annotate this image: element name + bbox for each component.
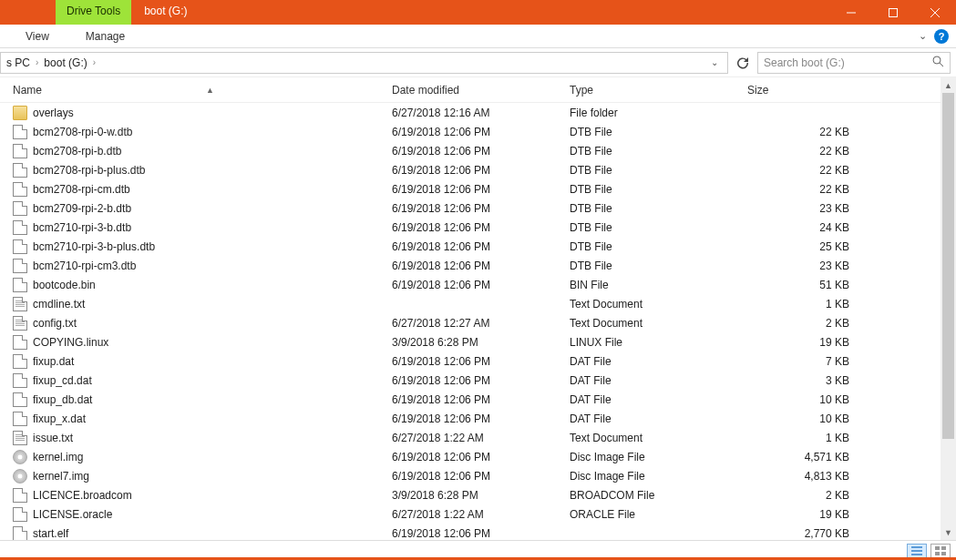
close-button[interactable] (914, 0, 956, 25)
file-type: DAT File (570, 355, 747, 368)
file-name: issue.txt (33, 432, 73, 444)
file-type: Text Document (570, 298, 747, 311)
file-name: config.txt (33, 317, 77, 330)
minimize-button[interactable] (830, 0, 872, 25)
file-date: 6/27/2018 12:16 AM (392, 107, 570, 119)
file-row[interactable]: bcm2708-rpi-b.dtb6/19/2018 12:06 PMDTB F… (0, 141, 956, 160)
ribbon-tabs: View Manage ⌄ ? (0, 25, 956, 48)
file-size: 10 KB (747, 412, 857, 425)
file-date: 6/19/2018 12:06 PM (392, 145, 570, 158)
file-size: 4,813 KB (747, 470, 857, 483)
search-input[interactable]: Search boot (G:) (757, 52, 951, 74)
file-size: 23 KB (747, 202, 857, 215)
file-size: 25 KB (747, 240, 857, 253)
file-row[interactable]: overlays6/27/2018 12:16 AMFile folder (0, 103, 956, 122)
scrollbar-thumb[interactable] (942, 93, 954, 439)
svg-rect-11 (935, 552, 940, 555)
view-large-icons-button[interactable] (930, 544, 951, 558)
file-date: 6/19/2018 12:06 PM (392, 412, 570, 425)
breadcrumb-dropdown-icon[interactable]: ⌄ (707, 57, 722, 67)
file-size: 1 KB (747, 298, 857, 311)
file-name: bcm2708-rpi-cm.dtb (33, 183, 130, 196)
file-row[interactable]: LICENSE.oracle6/27/2018 1:22 AMORACLE Fi… (0, 504, 956, 524)
file-date: 6/19/2018 12:06 PM (392, 202, 570, 215)
disc-icon (13, 469, 27, 484)
file-size: 22 KB (747, 183, 857, 196)
file-type: Disc Image File (570, 470, 747, 483)
file-date: 6/27/2018 1:22 AM (392, 432, 570, 444)
file-name: bcm2708-rpi-b.dtb (33, 145, 121, 158)
scroll-down-icon[interactable]: ▼ (941, 524, 956, 540)
file-type: DTB File (570, 145, 747, 158)
text-icon (13, 431, 27, 445)
column-header-name[interactable]: Name ▲ (0, 84, 392, 97)
file-date: 6/19/2018 12:06 PM (392, 451, 570, 463)
file-row[interactable]: COPYING.linux3/9/2018 6:28 PMLINUX File1… (0, 332, 956, 351)
file-row[interactable]: cmdline.txtText Document1 KB (0, 294, 956, 313)
file-name: fixup_x.dat (33, 412, 86, 425)
file-date: 6/19/2018 12:06 PM (392, 374, 570, 387)
file-name: overlays (33, 107, 74, 119)
file-row[interactable]: bootcode.bin6/19/2018 12:06 PMBIN File51… (0, 275, 956, 294)
file-size: 4,571 KB (747, 451, 857, 463)
file-row[interactable]: fixup_x.dat6/19/2018 12:06 PMDAT File10 … (0, 409, 956, 428)
file-row[interactable]: bcm2708-rpi-0-w.dtb6/19/2018 12:06 PMDTB… (0, 122, 956, 141)
navbar: s PC › boot (G:) › ⌄ Search boot (G:) (0, 48, 956, 77)
file-name: LICENSE.oracle (33, 508, 112, 521)
disc-icon (13, 450, 27, 464)
file-date: 6/19/2018 12:06 PM (392, 355, 570, 368)
file-size: 51 KB (747, 279, 857, 291)
file-icon (13, 201, 27, 216)
tab-view[interactable]: View (16, 25, 69, 47)
file-date: 6/19/2018 12:06 PM (392, 260, 570, 272)
vertical-scrollbar[interactable]: ▲ ▼ (941, 77, 956, 540)
chevron-right-icon: › (93, 57, 96, 67)
contextual-tab-drive-tools[interactable]: Drive Tools (56, 0, 131, 25)
svg-point-4 (933, 56, 941, 64)
file-row[interactable]: fixup_cd.dat6/19/2018 12:06 PMDAT File3 … (0, 371, 956, 390)
file-row[interactable]: issue.txt6/27/2018 1:22 AMText Document1… (0, 428, 956, 447)
file-row[interactable]: config.txt6/27/2018 12:27 AMText Documen… (0, 313, 956, 332)
file-size: 22 KB (747, 164, 857, 177)
tab-manage[interactable]: Manage (69, 25, 141, 47)
column-header-type[interactable]: Type (570, 84, 747, 97)
sort-ascending-icon: ▲ (206, 86, 214, 95)
window-title: boot (G:) (131, 0, 200, 25)
file-size: 7 KB (747, 355, 857, 368)
ribbon-collapse-caret-icon[interactable]: ⌄ (911, 30, 934, 42)
refresh-button[interactable] (732, 52, 754, 74)
file-row[interactable]: fixup_db.dat6/19/2018 12:06 PMDAT File10… (0, 390, 956, 409)
file-size: 19 KB (747, 336, 857, 349)
scroll-up-icon[interactable]: ▲ (941, 77, 956, 93)
file-name: bcm2709-rpi-2-b.dtb (33, 202, 131, 215)
breadcrumb[interactable]: s PC › boot (G:) › ⌄ (0, 52, 728, 74)
file-icon (13, 259, 27, 273)
breadcrumb-segment[interactable]: s PC (6, 56, 30, 69)
file-row[interactable]: bcm2709-rpi-2-b.dtb6/19/2018 12:06 PMDTB… (0, 199, 956, 218)
file-type: DTB File (570, 183, 747, 196)
file-name: bcm2710-rpi-3-b.dtb (33, 221, 131, 234)
file-row[interactable]: bcm2708-rpi-b-plus.dtb6/19/2018 12:06 PM… (0, 160, 956, 179)
file-icon (13, 278, 27, 292)
file-icon (13, 392, 27, 407)
file-list: overlays6/27/2018 12:16 AMFile folderbcm… (0, 103, 956, 543)
view-details-button[interactable] (907, 544, 927, 558)
column-header-size[interactable]: Size (747, 84, 861, 97)
file-date: 6/19/2018 12:06 PM (392, 240, 570, 253)
file-row[interactable]: kernel.img6/19/2018 12:06 PMDisc Image F… (0, 447, 956, 466)
search-placeholder: Search boot (G:) (764, 56, 932, 69)
help-icon[interactable]: ? (934, 29, 949, 44)
file-row[interactable]: bcm2710-rpi-cm3.dtb6/19/2018 12:06 PMDTB… (0, 256, 956, 275)
file-name: bcm2708-rpi-b-plus.dtb (33, 164, 145, 177)
file-row[interactable]: bcm2710-rpi-3-b.dtb6/19/2018 12:06 PMDTB… (0, 218, 956, 237)
file-date: 3/9/2018 6:28 PM (392, 336, 570, 349)
column-header-date[interactable]: Date modified (392, 84, 570, 97)
breadcrumb-segment[interactable]: boot (G:) (44, 56, 87, 69)
maximize-button[interactable] (872, 0, 914, 25)
file-row[interactable]: bcm2710-rpi-3-b-plus.dtb6/19/2018 12:06 … (0, 237, 956, 256)
file-date: 6/19/2018 12:06 PM (392, 393, 570, 406)
file-row[interactable]: LICENCE.broadcom3/9/2018 6:28 PMBROADCOM… (0, 485, 956, 504)
file-row[interactable]: fixup.dat6/19/2018 12:06 PMDAT File7 KB (0, 351, 956, 371)
file-row[interactable]: bcm2708-rpi-cm.dtb6/19/2018 12:06 PMDTB … (0, 179, 956, 199)
file-row[interactable]: kernel7.img6/19/2018 12:06 PMDisc Image … (0, 466, 956, 485)
